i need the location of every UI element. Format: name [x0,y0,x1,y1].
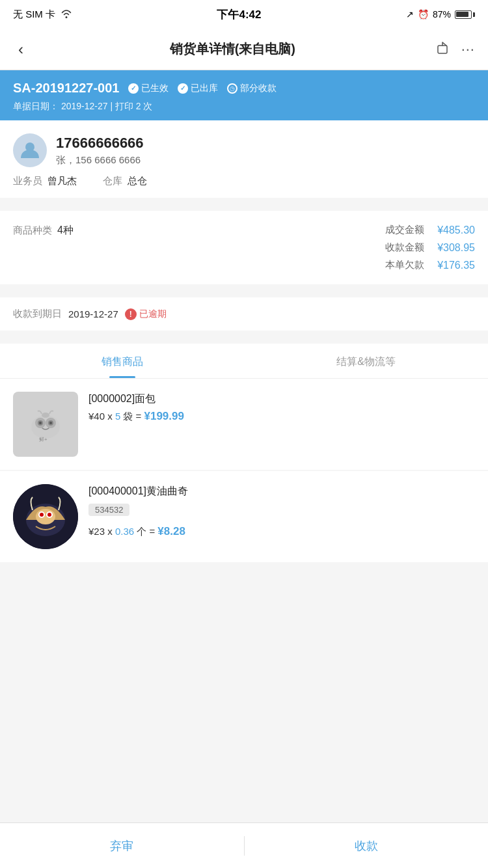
receipt-amount-label: 收款金额 [385,241,424,254]
wifi-icon [61,9,72,20]
stats-amounts: 成交金额 ¥485.30 收款金额 ¥308.95 本单欠款 ¥176.35 [385,224,475,271]
product-thumb-2 [13,484,78,549]
nav-actions: ··· [437,40,475,58]
divider-2 [0,284,488,291]
deal-amount-value: ¥485.30 [437,224,475,236]
order-header: SA-20191227-001 ✓ 已生效 ✓ 已出库 ◷ 部分收款 单据日期：… [0,70,488,120]
receipt-amount-value: ¥308.95 [437,242,475,254]
battery-text: 87% [433,9,451,20]
product-sku-2: 534532 [88,504,129,516]
customer-meta: 业务员 曾凡杰 仓库 总仓 [13,175,475,187]
order-date-row: 单据日期： 2019-12-27 | 打印 2 次 [13,101,475,113]
product-total-1: ¥199.99 [144,410,184,422]
product-kinds-value: 4种 [57,224,74,237]
salesman-value: 曾凡杰 [47,175,77,187]
product-total-2: ¥8.28 [157,525,185,537]
product-card-2: [000400001]黄油曲奇 534532 ¥23 x 0.36 个 = ¥8… [0,471,488,562]
share-button[interactable] [437,40,451,58]
svg-rect-0 [438,46,447,53]
product-info-2: [000400001]黄油曲奇 534532 ¥23 x 0.36 个 = ¥8… [88,484,475,538]
customer-avatar [13,133,47,167]
deal-amount-label: 成交金额 [385,224,424,236]
alarm-icon: ⏰ [418,9,429,20]
product-name-1: [0000002]面包 [88,392,475,406]
product-info-1: [0000002]面包 ¥40 x 5 袋 = ¥199.99 [88,392,475,423]
due-date-section: 收款到期日 2019-12-27 ! 已逾期 [0,297,488,331]
product-qty-2: 0.36 [115,526,134,537]
debt-amount-value: ¥176.35 [437,260,475,271]
order-date: 2019-12-27 [61,101,108,111]
bottom-bar: 弃审 收款 [0,822,488,868]
confirm-button[interactable]: 收款 [245,825,489,867]
overdue-icon: ! [125,308,137,320]
svg-point-13 [36,509,55,524]
product-kinds-label: 商品种类 [13,224,52,237]
salesman-label: 业务员 [13,175,42,187]
more-button[interactable]: ··· [461,41,475,58]
status-left: 无 SIM 卡 [13,8,72,21]
warehouse-value: 总仓 [128,175,147,187]
warehouse-label: 仓库 [103,175,122,187]
check-icon-active: ✓ [128,83,139,94]
status-time: 下午4:42 [217,7,261,22]
tab-settlement[interactable]: 结算&物流等 [244,344,488,378]
svg-point-9 [42,413,49,418]
product-card-1: 鲜+ [0000002]面包 ¥40 x 5 袋 = ¥199.99 [0,379,488,470]
location-icon: ↗ [406,9,414,20]
svg-point-8 [49,422,52,424]
svg-point-7 [39,422,42,424]
customer-name: 张，156 6666 6666 [56,154,475,167]
svg-point-2 [31,415,60,439]
bottom-spacer [0,563,488,616]
divider-1 [0,198,488,204]
page-title: 销货单详情(来自电脑) [170,40,295,58]
tab-sales-products[interactable]: 销售商品 [0,344,244,378]
order-id: SA-20191227-001 [13,81,119,96]
svg-text:鲜+: 鲜+ [39,437,47,442]
tab-settlement-label: 结算&物流等 [336,356,396,367]
product-name-2: [000400001]黄油曲奇 [88,484,475,498]
carrier-text: 无 SIM 卡 [13,8,55,21]
status-shipped: ✓ 已出库 [178,83,218,94]
product-qty-1: 5 [115,411,120,422]
check-icon-shipped: ✓ [178,83,188,94]
clock-icon: ◷ [227,83,237,94]
back-button[interactable]: ‹ [13,35,29,64]
overdue-badge: ! 已逾期 [125,308,167,320]
svg-point-16 [40,513,44,517]
customer-phone: 17666666666 [56,135,475,152]
print-info: | 打印 2 次 [110,101,152,111]
customer-section: 17666666666 张，156 6666 6666 业务员 曾凡杰 仓库 总… [0,120,488,198]
tabs-section: 销售商品 结算&物流等 [0,344,488,379]
status-bar: 无 SIM 卡 下午4:42 ↗ ⏰ 87% [0,0,488,29]
battery-icon [455,10,475,19]
date-label: 单据日期： [13,101,59,111]
product-thumb-1: 鲜+ [13,392,78,457]
cancel-button[interactable]: 弃审 [0,825,244,867]
due-date-label: 收款到期日 [13,308,62,320]
debt-amount-label: 本单欠款 [385,259,424,271]
stats-section: 商品种类 4种 成交金额 ¥485.30 收款金额 ¥308.95 本单欠款 ¥… [0,211,488,284]
product-kinds: 商品种类 4种 [13,224,74,237]
tab-sales-label: 销售商品 [102,356,143,367]
due-date-value: 2019-12-27 [68,308,118,319]
status-right: ↗ ⏰ 87% [406,9,475,20]
svg-point-17 [47,513,51,517]
status-active: ✓ 已生效 [128,83,169,94]
divider-3 [0,331,488,337]
product-price-2: ¥23 x 0.36 个 = ¥8.28 [88,525,475,538]
product-price-1: ¥40 x 5 袋 = ¥199.99 [88,410,475,423]
overdue-text: 已逾期 [139,308,167,320]
products-section: 鲜+ [0000002]面包 ¥40 x 5 袋 = ¥199.99 [0,379,488,562]
status-partial: ◷ 部分收款 [227,83,277,94]
nav-bar: ‹ 销货单详情(来自电脑) ··· [0,29,488,70]
